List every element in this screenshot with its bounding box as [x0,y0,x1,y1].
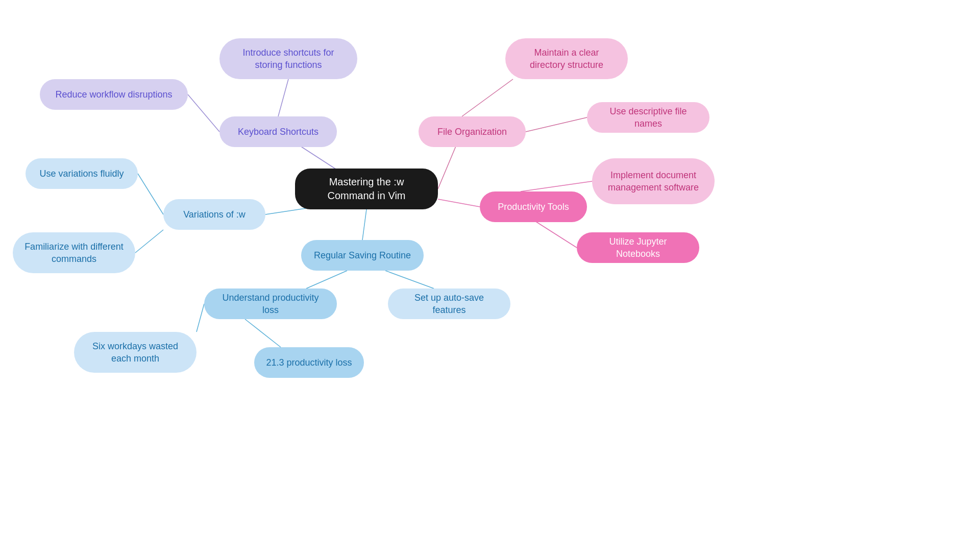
maintain-directory-node: Maintain a clear directory structure [505,38,628,79]
productivity-tools-node: Productivity Tools [480,191,587,222]
file-organization-node: File Organization [419,116,526,147]
reduce-workflow-node: Reduce workflow disruptions [40,79,188,110]
svg-line-12 [462,79,513,116]
svg-line-10 [385,271,434,288]
auto-save-node: Set up auto-save features [388,288,510,319]
svg-line-2 [188,94,219,132]
svg-line-9 [245,319,281,347]
svg-line-5 [135,230,163,253]
svg-line-1 [278,79,288,116]
svg-line-15 [521,181,592,191]
familiarize-node: Familiarize with different commands [13,232,135,273]
introduce-shortcuts-node: Introduce shortcuts for storing function… [219,38,357,79]
productivity-loss-node: 21.3 productivity loss [254,347,364,378]
use-variations-node: Use variations fluidly [26,158,138,189]
use-descriptive-node: Use descriptive file names [587,102,709,133]
six-workdays-node: Six workdays wasted each month [74,332,197,373]
svg-line-4 [138,174,163,214]
regular-saving-node: Regular Saving Routine [301,240,424,271]
svg-line-8 [197,304,204,332]
svg-line-7 [306,271,347,288]
center-node: Mastering the :w Command in Vim [295,169,438,209]
variations-node: Variations of :w [163,199,265,230]
svg-line-14 [438,199,480,207]
keyboard-shortcuts-node: Keyboard Shortcuts [219,116,337,147]
understand-productivity-node: Understand productivity loss [204,288,337,319]
svg-line-13 [526,117,587,132]
svg-line-6 [362,209,366,240]
utilize-jupyter-node: Utilize Jupyter Notebooks [577,232,699,263]
implement-doc-node: Implement document management software [592,158,715,204]
